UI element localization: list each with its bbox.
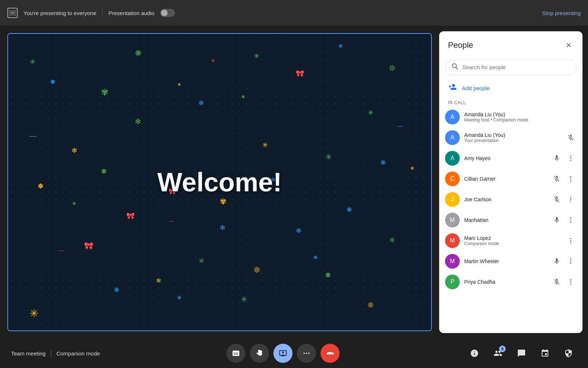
participant-subtitle: Meeting host • Companion mode [464,117,572,123]
audio-toggle[interactable] [160,9,175,17]
people-badge: 9 [499,346,506,352]
more-options-button[interactable] [565,152,577,164]
activities-button[interactable] [537,345,553,362]
svg-point-21 [570,263,571,264]
participant-info: Amanda Liu (You)Meeting host • Companion… [464,112,572,123]
svg-point-23 [570,281,571,282]
mic-off-button[interactable] [551,173,563,185]
people-button[interactable]: 9 [490,345,506,362]
chat-button[interactable] [513,345,530,362]
mic-on-button[interactable] [551,255,563,267]
more-options-button[interactable] [565,255,577,267]
participant-name: Manhattan [464,217,546,223]
avatar: M [445,233,460,248]
top-bar: You're presenting to everyone Presentati… [0,0,588,26]
participant-item: JJoe Carlson [439,189,582,210]
participant-info: Priya Chadha [464,279,546,285]
svg-point-5 [570,158,571,159]
participant-name: Marc Lopez [464,235,560,241]
bottom-divider: | [50,349,52,358]
participant-controls [565,132,577,144]
bottom-left: Team meeting | Companion mode [11,349,100,358]
participant-info: Amanda Liu (You)Your presentation [464,132,560,143]
more-options-button[interactable] [565,194,577,205]
svg-point-13 [570,217,571,219]
participant-info: Cillian Garner [464,176,546,182]
participant-info: Joe Carlson [464,197,546,202]
mic-off-button[interactable] [551,276,563,288]
participant-name: Cillian Garner [464,176,546,182]
participants-list: AAmanda Liu (You)Meeting host • Companio… [439,107,582,333]
add-people-button[interactable]: Add people [439,79,582,97]
participant-name: Amy Hayes [464,155,546,161]
participant-info: Martin Wheeler [464,258,546,264]
bottom-controls [100,344,466,363]
mic-on-button[interactable] [551,214,563,226]
more-options-button[interactable] [565,214,577,226]
search-input[interactable] [462,64,570,70]
participant-name: Joe Carlson [464,197,546,202]
participant-controls [551,194,577,205]
svg-point-6 [570,160,571,161]
svg-point-26 [306,353,307,354]
presentation-frame: ✳ ✽ ❋ ✳ 🎀 ❄ ✾ ✻ ✳ ❊ — ✻ ✳ ❋ ✽ ✻ ✾ ❋ 🎀 — [7,33,432,331]
participant-controls [551,173,577,185]
more-options-button[interactable] [565,173,577,185]
meeting-name: Team meeting [11,350,46,357]
svg-point-17 [570,240,571,241]
participant-controls [551,214,577,226]
bottom-bar: Team meeting | Companion mode [0,339,588,368]
presenting-icon [7,8,18,18]
participant-subtitle: Companion mode [464,241,560,246]
search-box[interactable] [445,59,577,75]
participant-subtitle: Your presentation [464,138,560,143]
svg-point-12 [570,201,571,202]
panel-close-button[interactable]: ✕ [562,39,575,52]
captions-button[interactable] [226,344,245,363]
participant-item: AAmanda Liu (You)Meeting host • Companio… [439,107,582,127]
present-button[interactable] [273,344,293,363]
participant-item: MMartin Wheeler [439,251,582,272]
svg-point-11 [570,199,571,200]
top-divider [102,7,103,18]
stop-presenting-button[interactable]: Stop presenting [542,10,581,16]
more-options-button[interactable] [297,344,316,363]
bottom-right: 9 [466,345,577,362]
svg-point-20 [570,261,571,262]
participant-name: Priya Chadha [464,279,546,285]
svg-point-27 [308,353,309,354]
more-options-button[interactable] [565,276,577,288]
avatar: A [445,110,460,124]
video-area: ✳ ✽ ❋ ✳ 🎀 ❄ ✾ ✻ ✳ ❊ — ✻ ✳ ❋ ✽ ✻ ✾ ❋ 🎀 — [0,26,439,339]
avatar: A [445,130,460,145]
mic-off-button[interactable] [565,132,577,144]
main-area: ✳ ✽ ❋ ✳ 🎀 ❄ ✾ ✻ ✳ ❊ — ✻ ✳ ❋ ✽ ✻ ✾ ❋ 🎀 — [0,26,588,339]
svg-point-16 [570,238,571,239]
participant-item: MManhattan [439,210,582,230]
add-people-label: Add people [462,85,490,91]
svg-point-14 [570,219,571,220]
more-options-button[interactable] [565,235,577,247]
presenting-label: You're presenting to everyone [24,10,96,16]
participant-controls [565,235,577,247]
mic-on-button[interactable] [551,152,563,164]
participant-controls [551,276,577,288]
companion-mode-label: Companion mode [56,350,100,357]
safety-button[interactable] [560,345,577,362]
search-icon [451,63,459,72]
raise-hand-button[interactable] [250,344,269,363]
info-button[interactable] [466,345,483,362]
participant-name: Amanda Liu (You) [464,132,560,138]
svg-point-24 [570,283,571,284]
mic-off-button[interactable] [551,194,563,205]
participant-info: Manhattan [464,217,546,223]
in-call-label: IN CALL [439,97,582,107]
panel-header: People ✕ [439,31,582,56]
audio-label: Presentation audio [108,10,154,16]
end-call-button[interactable] [320,344,340,363]
people-panel: People ✕ Add people IN CALL AAmanda Liu … [439,31,582,333]
participant-name: Amanda Liu (You) [464,112,572,117]
avatar: A [445,151,460,166]
svg-point-10 [570,197,571,198]
svg-point-25 [304,353,305,354]
